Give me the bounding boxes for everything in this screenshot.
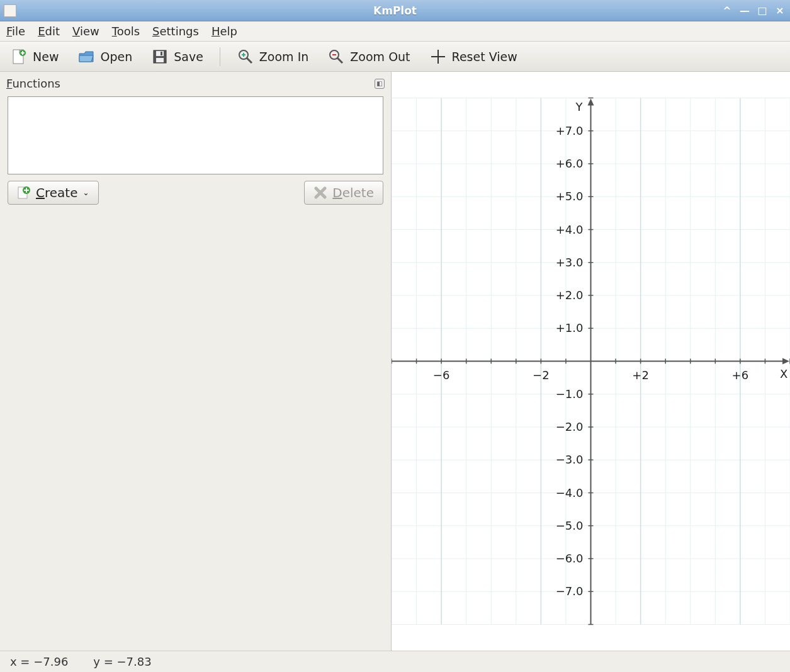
window-title: KmPlot	[373, 4, 417, 17]
save-label: Save	[174, 50, 203, 64]
statusbar: x = −7.96 y = −7.83	[0, 651, 790, 672]
functions-panel-header: Functions ◧	[5, 76, 386, 94]
svg-text:+6.0: +6.0	[556, 157, 584, 170]
svg-text:+2.0: +2.0	[556, 288, 584, 302]
plot-area[interactable]: −7.0−6.0−5.0−4.0−3.0−2.0−1.0+1.0+2.0+3.0…	[392, 72, 790, 651]
new-button[interactable]: New	[5, 45, 64, 68]
menu-settings[interactable]: Settings	[152, 25, 199, 38]
functions-button-row: Create ⌄ Delete	[5, 181, 386, 205]
zoom-out-button[interactable]: Zoom Out	[322, 45, 415, 68]
save-floppy-icon	[151, 48, 169, 65]
toolbar-separator	[220, 47, 220, 66]
zoom-in-icon	[237, 48, 254, 65]
svg-text:−7.0: −7.0	[556, 584, 584, 598]
zoom-in-label: Zoom In	[259, 50, 308, 64]
svg-text:−4.0: −4.0	[556, 486, 584, 499]
reset-view-label: Reset View	[452, 50, 517, 64]
svg-text:+1.0: +1.0	[556, 321, 584, 334]
zoom-in-button[interactable]: Zoom In	[232, 45, 313, 68]
save-button[interactable]: Save	[146, 45, 208, 68]
minimize-button[interactable]: —	[738, 5, 751, 16]
coordinate-grid: −7.0−6.0−5.0−4.0−3.0−2.0−1.0+1.0+2.0+3.0…	[392, 72, 790, 651]
titlebar: KmPlot ^ — □ ×	[0, 0, 790, 21]
svg-marker-58	[588, 99, 594, 106]
svg-rect-5	[161, 52, 162, 55]
app-icon	[4, 4, 16, 17]
svg-line-7	[247, 58, 252, 63]
window-controls: ^ — □ ×	[721, 5, 786, 16]
toolbar: New Open Save Zoom In Zoom Out Reset Vie…	[0, 42, 790, 72]
svg-text:−6: −6	[433, 368, 450, 382]
detach-panel-icon[interactable]: ◧	[375, 79, 385, 89]
delete-label: Delete	[332, 185, 374, 200]
status-x: x = −7.96	[10, 655, 68, 668]
menu-edit[interactable]: Edit	[38, 25, 60, 38]
svg-text:+7.0: +7.0	[556, 124, 584, 137]
svg-text:+3.0: +3.0	[556, 256, 584, 269]
svg-text:Y: Y	[575, 100, 584, 113]
menu-view[interactable]: View	[72, 25, 99, 38]
svg-text:−2: −2	[533, 368, 550, 382]
svg-marker-56	[782, 358, 789, 365]
maximize-button[interactable]: □	[756, 5, 769, 16]
svg-text:+2: +2	[632, 368, 649, 382]
menubar: File Edit View Tools Settings Help	[0, 21, 790, 42]
status-y: y = −7.83	[93, 655, 151, 668]
close-button[interactable]: ×	[774, 5, 786, 16]
open-button[interactable]: Open	[72, 45, 137, 68]
svg-rect-4	[156, 58, 164, 62]
svg-text:−2.0: −2.0	[556, 420, 584, 433]
main-content: Functions ◧ Create ⌄ Delete −7.0−6.0−5.0…	[0, 72, 790, 651]
delete-x-icon	[313, 186, 327, 200]
open-label: Open	[100, 50, 132, 64]
functions-list[interactable]	[8, 96, 383, 174]
svg-text:+6: +6	[732, 368, 749, 382]
svg-text:−5.0: −5.0	[556, 519, 584, 532]
svg-text:−1.0: −1.0	[556, 387, 584, 401]
delete-button[interactable]: Delete	[304, 181, 383, 205]
svg-text:−3.0: −3.0	[556, 453, 584, 466]
svg-text:+4.0: +4.0	[556, 223, 584, 236]
svg-text:X: X	[780, 367, 787, 380]
menu-file[interactable]: File	[6, 25, 25, 38]
reset-view-button[interactable]: Reset View	[424, 45, 522, 68]
keep-above-button[interactable]: ^	[721, 5, 733, 16]
menu-help[interactable]: Help	[212, 25, 237, 38]
svg-line-11	[337, 58, 342, 63]
functions-panel: Functions ◧ Create ⌄ Delete	[0, 72, 392, 651]
crosshair-icon	[429, 48, 447, 65]
functions-panel-title: Functions	[6, 77, 60, 90]
create-label: Create	[36, 185, 77, 200]
menu-tools[interactable]: Tools	[112, 25, 140, 38]
new-plus-icon	[17, 186, 31, 200]
svg-rect-3	[156, 51, 164, 56]
zoom-out-label: Zoom Out	[350, 50, 410, 64]
zoom-out-icon	[327, 48, 345, 65]
svg-text:−6.0: −6.0	[556, 552, 584, 565]
new-file-icon	[10, 48, 28, 65]
open-folder-icon	[77, 48, 95, 65]
create-button[interactable]: Create ⌄	[8, 181, 99, 205]
dropdown-chevron-icon: ⌄	[82, 188, 89, 197]
svg-text:+5.0: +5.0	[556, 190, 584, 203]
new-label: New	[33, 50, 59, 64]
